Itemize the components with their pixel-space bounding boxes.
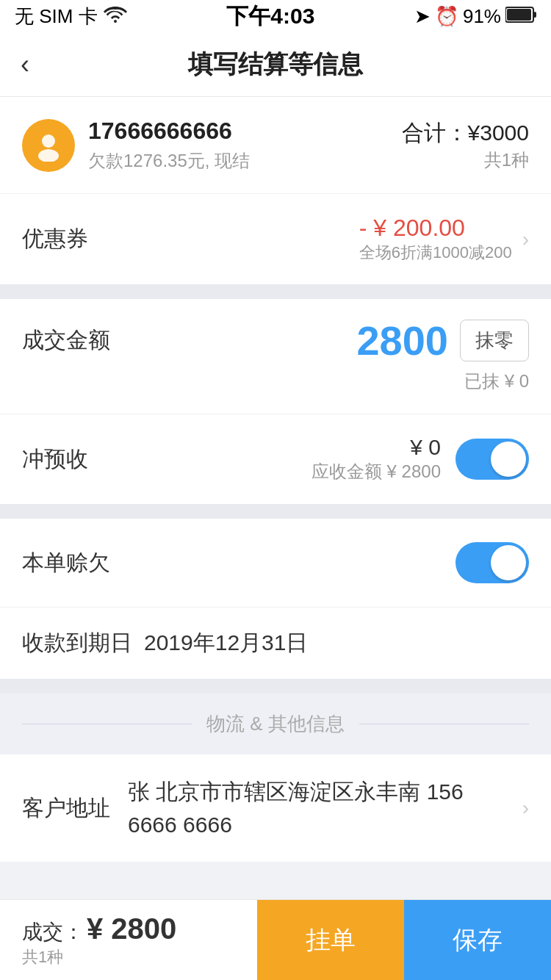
section-gap-3 (0, 679, 551, 693)
toggle-knob (491, 442, 526, 477)
debit-toggle-knob (491, 545, 526, 580)
coupon-discount: - ¥ 200.00 (359, 215, 512, 242)
prepay-amount-group: ¥ 0 应收金额 ¥ 2800 (311, 435, 441, 483)
sim-status: 无 SIM 卡 (15, 4, 98, 29)
customer-phone: 17666666666 (88, 118, 250, 145)
status-bar: 无 SIM 卡 下午4:03 ➤ ⏰ 91% (0, 0, 551, 32)
status-right: ➤ ⏰ 91% (414, 5, 536, 28)
logistics-divider: 物流 & 其他信息 (0, 693, 551, 754)
customer-count: 共1种 (402, 148, 529, 172)
svg-rect-1 (533, 12, 536, 18)
coupon-right: - ¥ 200.00 全场6折满1000减200 › (359, 215, 529, 264)
save-button[interactable]: 保存 (404, 900, 551, 980)
prepay-row: 冲预收 ¥ 0 应收金额 ¥ 2800 (0, 414, 551, 504)
coupon-label: 优惠券 (22, 224, 88, 254)
coupon-desc: 全场6折满1000减200 (359, 242, 512, 264)
divider-line-left (22, 724, 192, 724)
status-left: 无 SIM 卡 (15, 4, 127, 29)
amount-label: 成交金额 (22, 325, 110, 356)
bottom-deal-label: 成交： (22, 918, 84, 946)
bottom-count: 共1种 (22, 946, 235, 968)
debit-row: 本单赊欠 (0, 519, 551, 607)
prepay-toggle[interactable] (455, 439, 529, 480)
bottom-bar: 成交： ¥ 2800 共1种 挂单 保存 (0, 899, 551, 980)
round-button[interactable]: 抹零 (460, 320, 529, 361)
address-label: 客户地址 (22, 793, 110, 824)
nav-bar: ‹ 填写结算等信息 (0, 32, 551, 97)
prepay-right: ¥ 0 应收金额 ¥ 2800 (311, 435, 529, 483)
hang-button[interactable]: 挂单 (257, 900, 404, 980)
amount-value-group: 2800 抹零 (356, 320, 529, 361)
amount-sub: 已抹 ¥ 0 (464, 371, 529, 391)
duedate-label: 收款到期日 (22, 628, 132, 658)
prepay-label: 冲预收 (22, 444, 88, 475)
alarm-icon: ⏰ (435, 5, 458, 28)
bottom-amount: ¥ 2800 (87, 912, 176, 945)
customer-left: 17666666666 欠款1276.35元, 现结 (22, 118, 250, 173)
logistics-label: 物流 & 其他信息 (206, 711, 345, 737)
svg-point-3 (42, 134, 55, 148)
debit-label: 本单赊欠 (22, 548, 110, 578)
customer-total: 合计：¥3000 (402, 118, 529, 148)
location-icon: ➤ (414, 5, 431, 28)
divider-line-right (359, 724, 529, 724)
amount-value: 2800 (356, 320, 448, 361)
section-gap-1 (0, 284, 551, 299)
wifi-icon (104, 5, 127, 28)
avatar (22, 119, 75, 172)
coupon-row[interactable]: 优惠券 - ¥ 200.00 全场6折满1000减200 › (0, 193, 551, 284)
customer-right: 合计：¥3000 共1种 (402, 118, 529, 172)
customer-debt: 欠款1276.35元, 现结 (88, 149, 250, 173)
duedate-row: 收款到期日 2019年12月31日 (0, 607, 551, 679)
customer-info: 17666666666 欠款1276.35元, 现结 (88, 118, 250, 173)
address-row[interactable]: 客户地址 张 北京市市辖区海淀区永丰南 156 6666 6666 › (0, 754, 551, 862)
coupon-chevron-icon: › (522, 228, 529, 251)
svg-point-4 (38, 149, 59, 162)
amount-section: 成交金额 2800 抹零 已抹 ¥ 0 (0, 299, 551, 414)
customer-row: 17666666666 欠款1276.35元, 现结 合计：¥3000 共1种 (0, 97, 551, 193)
prepay-amount: ¥ 0 (311, 435, 441, 460)
prepay-receivable: 应收金额 ¥ 2800 (311, 460, 441, 483)
bottom-summary: 成交： ¥ 2800 共1种 (0, 900, 257, 980)
svg-rect-2 (507, 9, 531, 21)
address-chevron-icon: › (522, 796, 529, 820)
battery-icon (505, 5, 536, 28)
status-time: 下午4:03 (226, 1, 314, 32)
section-gap-2 (0, 504, 551, 519)
page-title: 填写结算等信息 (188, 48, 363, 82)
duedate-value: 2019年12月31日 (144, 628, 308, 658)
back-button[interactable]: ‹ (21, 49, 29, 80)
debit-toggle[interactable] (455, 542, 529, 583)
battery-pct: 91% (463, 5, 501, 28)
amount-row: 成交金额 2800 抹零 (22, 320, 529, 361)
address-value: 张 北京市市辖区海淀区永丰南 156 6666 6666 (128, 775, 515, 841)
